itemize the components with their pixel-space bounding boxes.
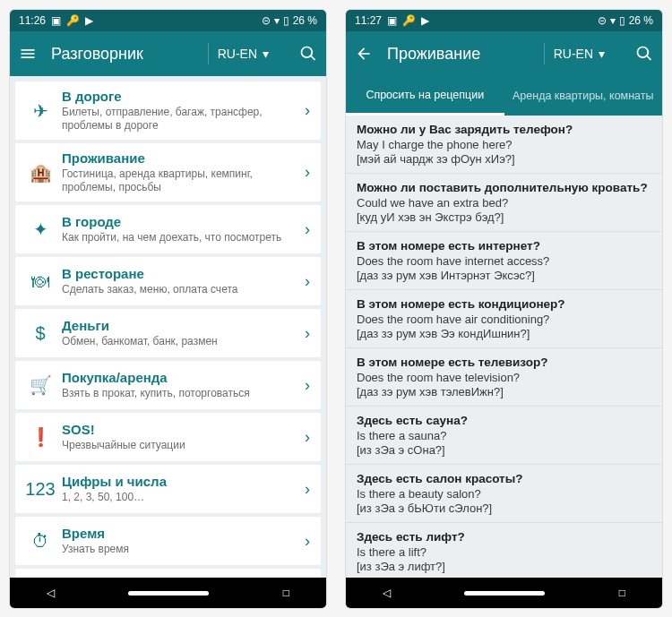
phrase-source: Здесь есть сауна?: [357, 414, 651, 427]
status-icon: ⊝: [598, 14, 607, 27]
category-item[interactable]: ⏱ВремяУзнать время›: [15, 517, 321, 565]
category-item[interactable]: 👥Люди и отношенияПознакомиться, влюбитьс…: [15, 569, 321, 578]
status-battery: 26 %: [293, 14, 317, 27]
android-nav-bar: ◁ □: [346, 578, 662, 608]
phrase-translation: Does the room have internet access?: [357, 254, 651, 268]
category-icon: 🏨: [22, 162, 58, 184]
phrase-item[interactable]: Можно ли поставить дополнительную кроват…: [346, 174, 662, 232]
app-bar: Разговорник RU-EN ▾: [10, 31, 326, 76]
page-title: Проживание: [387, 45, 480, 64]
language-label: RU-EN: [218, 47, 257, 61]
status-time: 11:27: [355, 14, 382, 27]
category-item[interactable]: ✈В дорогеБилеты, отправление, багаж, тра…: [15, 81, 321, 140]
page-title: Разговорник: [51, 45, 143, 64]
chevron-right-icon: ›: [301, 101, 314, 120]
status-bar: 11:27 ▣ 🔑 ▶ ⊝ ▾ ▯ 26 %: [346, 10, 662, 31]
category-title: Время: [62, 526, 297, 541]
category-title: Деньги: [62, 318, 297, 333]
phrase-item[interactable]: В этом номере есть интернет?Does the roo…: [346, 232, 662, 290]
category-subtitle: Чрезвычайные ситуации: [62, 439, 297, 452]
chevron-right-icon: ›: [301, 428, 314, 447]
phrase-item[interactable]: Здесь есть лифт?Is there a lift?[из зЭа …: [346, 523, 662, 578]
category-item[interactable]: 🏨ПроживаниеГостиница, аренда квартиры, к…: [15, 143, 321, 201]
nav-back[interactable]: ◁: [47, 587, 55, 599]
phrase-translation: Does the room have air conditioning?: [357, 313, 651, 326]
phrase-item[interactable]: Здесь есть сауна?Is there a sauna?[из зЭ…: [346, 407, 662, 465]
phrase-translation: Is there a sauna?: [357, 429, 651, 442]
phrase-translation: Does the room have television?: [357, 371, 651, 384]
category-item[interactable]: $ДеньгиОбмен, банкомат, банк, размен›: [15, 309, 321, 357]
phrase-transcription: [мэй ай чардж зэ фОун хИэ?]: [357, 152, 651, 166]
chevron-right-icon: ›: [301, 480, 314, 499]
category-item[interactable]: ❗SOS!Чрезвычайные ситуации›: [15, 413, 321, 461]
category-icon: 🍽: [22, 271, 58, 292]
status-icon: ▣: [51, 14, 61, 27]
phrase-transcription: [даз зэ рум хэв Интэрнэт Эксэс?]: [357, 269, 651, 282]
category-item[interactable]: 123Цифры и числа1, 2, 3, 50, 100…›: [15, 465, 321, 513]
phrase-transcription: [даз зэ рум хэв тэлевИжн?]: [357, 385, 651, 398]
language-selector[interactable]: RU-EN ▾: [544, 43, 614, 64]
nav-home[interactable]: [464, 591, 545, 596]
category-icon: 123: [22, 479, 58, 500]
category-icon: 🛒: [22, 374, 58, 396]
phrase-translation: Is there a lift?: [357, 545, 651, 559]
phrase-transcription: [из зЭа э бЬЮти сЭлон?]: [357, 501, 651, 515]
category-subtitle: Как пройти, на чем доехать, что посмотре…: [62, 231, 297, 244]
nav-back[interactable]: ◁: [383, 587, 391, 599]
phrase-translation: May I charge the phone here?: [357, 138, 651, 151]
phrase-transcription: [даз зэ рум хэв Ээ кондИшнин?]: [357, 327, 651, 340]
category-content: ✈В дорогеБилеты, отправление, багаж, тра…: [10, 76, 326, 578]
phrase-source: В этом номере есть интернет?: [357, 239, 651, 253]
app-bar: Проживание RU-EN ▾: [346, 31, 662, 76]
phrase-item[interactable]: Можно ли у Вас зарядить телефон?May I ch…: [346, 116, 662, 174]
category-title: SOS!: [62, 422, 297, 437]
language-selector[interactable]: RU-EN ▾: [208, 43, 278, 64]
phrase-translation: Is there a beauty salon?: [357, 487, 651, 501]
phrase-transcription: [куд уИ хэв эн Экстрэ бэд?]: [357, 210, 651, 224]
tab[interactable]: Спросить на рецепции: [346, 76, 504, 116]
category-subtitle: Обмен, банкомат, банк, размен: [62, 335, 297, 348]
tab-bar: Спросить на рецепцииАренда квартиры, ком…: [346, 76, 662, 116]
category-title: Покупка/аренда: [62, 370, 297, 385]
battery-icon: ▯: [283, 14, 289, 27]
phone-left: 11:26 ▣ 🔑 ▶ ⊝ ▾ ▯ 26 % Разговорник RU-EN…: [9, 9, 327, 609]
status-icon: ▶: [421, 14, 429, 27]
phrase-transcription: [из зЭа э лифт?]: [357, 560, 651, 573]
search-icon[interactable]: [297, 43, 319, 64]
category-title: В дороге: [62, 89, 297, 104]
category-title: В ресторане: [62, 266, 297, 281]
chevron-right-icon: ›: [301, 532, 314, 551]
phrase-translation: Could we have an extra bed?: [357, 196, 651, 210]
phrase-item[interactable]: В этом номере есть кондиционер?Does the …: [346, 290, 662, 348]
category-subtitle: Гостиница, аренда квартиры, кемпинг, про…: [62, 167, 297, 194]
nav-recent[interactable]: □: [619, 587, 625, 599]
language-label: RU-EN: [554, 47, 593, 61]
search-icon[interactable]: [633, 43, 655, 64]
chevron-right-icon: ›: [301, 272, 314, 291]
battery-icon: ▯: [619, 14, 625, 27]
back-icon[interactable]: [353, 43, 375, 64]
chevron-right-icon: ›: [301, 324, 314, 343]
phrase-item[interactable]: В этом номере есть телевизор?Does the ro…: [346, 348, 662, 407]
phrase-transcription: [из зЭа э сОна?]: [357, 443, 651, 457]
category-subtitle: Билеты, отправление, багаж, трансфер, пр…: [62, 106, 297, 133]
android-nav-bar: ◁ □: [10, 578, 326, 608]
phrase-source: Можно ли поставить дополнительную кроват…: [357, 181, 651, 194]
phrase-item[interactable]: Здесь есть салон красоты?Is there a beau…: [346, 465, 662, 523]
category-item[interactable]: ✦В городеКак пройти, на чем доехать, что…: [15, 205, 321, 253]
category-subtitle: 1, 2, 3, 50, 100…: [62, 491, 297, 504]
nav-home[interactable]: [128, 591, 209, 596]
wifi-icon: ▾: [274, 14, 280, 27]
nav-recent[interactable]: □: [283, 587, 289, 599]
category-item[interactable]: 🛒Покупка/арендаВзять в прокат, купить, п…: [15, 361, 321, 409]
menu-icon[interactable]: [17, 43, 39, 64]
tab[interactable]: Аренда квартиры, комнаты: [504, 76, 663, 116]
chevron-right-icon: ›: [301, 220, 314, 239]
category-icon: ✦: [22, 219, 58, 240]
category-subtitle: Взять в прокат, купить, поторговаться: [62, 387, 297, 400]
category-icon: ⏱: [22, 531, 58, 552]
category-item[interactable]: 🍽В ресторанеСделать заказ, меню, оплата …: [15, 257, 321, 305]
status-time: 11:26: [19, 14, 46, 27]
category-subtitle: Сделать заказ, меню, оплата счета: [62, 283, 297, 296]
phrase-content: Можно ли у Вас зарядить телефон?May I ch…: [346, 116, 662, 578]
